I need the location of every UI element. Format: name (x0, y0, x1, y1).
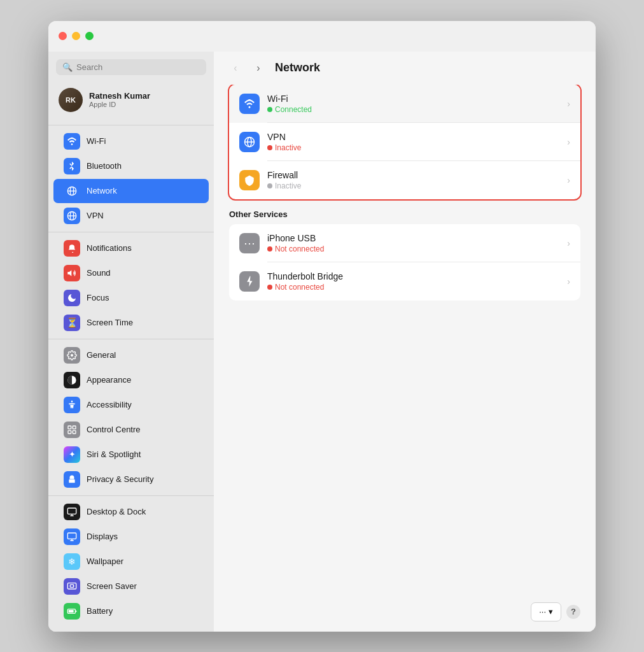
svg-rect-16 (70, 585, 73, 587)
firewall-network-name: Firewall (267, 170, 562, 180)
iphoneusb-chevron-icon: › (567, 238, 570, 248)
firewall-network-status: Inactive (267, 181, 562, 190)
minimize-button[interactable] (72, 32, 80, 40)
sidebar-item-sound[interactable]: Sound (53, 261, 209, 285)
svg-rect-9 (68, 426, 71, 429)
sidebar-item-label-sound: Sound (87, 268, 111, 278)
vpn-status-dot (267, 145, 272, 150)
svg-rect-10 (73, 426, 76, 429)
traffic-lights (59, 32, 94, 40)
thunderbolt-network-status: Not connected (267, 283, 562, 292)
focus-icon (64, 290, 80, 306)
sidebar-item-focus[interactable]: Focus (53, 286, 209, 310)
forward-button[interactable]: › (249, 59, 267, 77)
iphoneusb-status-dot (267, 246, 272, 252)
sidebar-item-label-notifications: Notifications (87, 243, 132, 253)
vpn-network-icon (239, 132, 260, 152)
other-services-card: ⋯ iPhone USB Not connected › (229, 224, 580, 301)
wifi-status-dot (267, 107, 272, 112)
sidebar-item-label-battery: Battery (87, 606, 113, 616)
wifi-network-status: Connected (267, 105, 562, 114)
firewall-network-icon (239, 170, 260, 190)
sidebar-item-screentime[interactable]: ⏳ Screen Time (53, 311, 209, 335)
svg-point-6 (71, 354, 73, 357)
sidebar-item-label-displays: Displays (87, 532, 118, 541)
sidebar-item-label-vpn: VPN (87, 211, 104, 220)
firewall-status-dot (267, 183, 272, 188)
battery-icon (64, 603, 80, 620)
network-row-wifi[interactable]: Wi-Fi Connected › (229, 85, 580, 123)
screensaver-icon (64, 578, 80, 595)
search-input[interactable] (76, 62, 200, 72)
primary-services-card: Wi-Fi Connected › (229, 85, 580, 199)
other-services-label: Other Services (229, 209, 580, 219)
sidebar-item-label-siri: Siri & Spotlight (87, 450, 141, 459)
sidebar-item-label-desktop: Desktop & Dock (87, 507, 146, 516)
iphoneusb-status-text: Not connected (275, 244, 324, 253)
avatar: RK (59, 88, 83, 112)
general-icon (64, 347, 80, 364)
sidebar-section-3: General Appearance Accessibility (48, 343, 214, 492)
sidebar-item-accessibility[interactable]: Accessibility (53, 393, 209, 417)
avatar-initials: RK (66, 96, 76, 104)
network-row-iphoneusb[interactable]: ⋯ iPhone USB Not connected › (229, 224, 580, 262)
thunderbolt-network-name: Thunderbolt Bridge (267, 271, 562, 281)
vpn-status-text: Inactive (275, 143, 301, 152)
firewall-network-text: Firewall Inactive (267, 170, 562, 190)
sidebar-item-label-privacy: Privacy & Security (87, 474, 153, 484)
sidebar-item-notifications[interactable]: Notifications (53, 236, 209, 260)
sidebar-item-label-appearance: Appearance (87, 375, 131, 385)
thunderbolt-status-dot (267, 285, 272, 290)
sidebar-item-battery[interactable]: Battery (53, 599, 209, 623)
sidebar-item-siri[interactable]: ✦ Siri & Spotlight (53, 443, 209, 467)
wallpaper-icon: ❄ (64, 553, 80, 570)
thunderbolt-network-icon (239, 271, 260, 292)
divider-3 (48, 339, 214, 339)
search-icon: 🔍 (62, 62, 73, 72)
search-bar[interactable]: 🔍 (56, 59, 206, 75)
sidebar-item-controlcentre[interactable]: Control Centre (53, 418, 209, 442)
more-label: ··· (539, 607, 546, 616)
sidebar-item-label-screensaver: Screen Saver (87, 581, 137, 591)
user-section[interactable]: RK Ratnesh Kumar Apple ID (48, 83, 214, 121)
sidebar-item-vpn[interactable]: VPN (53, 204, 209, 228)
divider-4 (48, 495, 214, 496)
sidebar-item-wallpaper[interactable]: ❄ Wallpaper (53, 549, 209, 574)
sidebar-item-label-focus: Focus (87, 293, 109, 302)
svg-rect-18 (69, 610, 74, 613)
sidebar-item-label-network: Network (87, 186, 117, 195)
network-row-firewall[interactable]: Firewall Inactive › (229, 161, 580, 199)
window-content: 🔍 RK Ratnesh Kumar Apple ID (48, 52, 596, 632)
sidebar-item-screensaver[interactable]: Screen Saver (53, 574, 209, 599)
siri-icon: ✦ (64, 446, 80, 463)
divider-1 (48, 125, 214, 125)
svg-rect-11 (68, 430, 71, 434)
firewall-chevron-icon: › (567, 175, 570, 185)
avatar-image: RK (59, 88, 83, 112)
sidebar-item-displays[interactable]: Displays (53, 525, 209, 549)
maximize-button[interactable] (85, 32, 94, 40)
sidebar-item-label-screentime: Screen Time (87, 318, 133, 327)
sidebar-item-privacy[interactable]: Privacy & Security (53, 467, 209, 492)
system-preferences-window: 🔍 RK Ratnesh Kumar Apple ID (48, 21, 596, 632)
network-row-thunderbolt[interactable]: Thunderbolt Bridge Not connected › (229, 262, 580, 301)
sidebar-item-network[interactable]: Network (53, 179, 209, 203)
sidebar-item-bluetooth[interactable]: Bluetooth (53, 154, 209, 178)
iphoneusb-network-icon: ⋯ (239, 233, 260, 253)
network-row-vpn[interactable]: VPN Inactive › (229, 123, 580, 161)
more-button[interactable]: ··· ▾ (531, 602, 561, 621)
close-button[interactable] (59, 32, 67, 40)
help-button[interactable]: ? (566, 605, 580, 619)
main-panel: ‹ › Network Wi-Fi (214, 52, 596, 632)
sidebar-item-appearance[interactable]: Appearance (53, 368, 209, 392)
sidebar-item-general[interactable]: General (53, 343, 209, 367)
sidebar-item-wifi[interactable]: Wi-Fi (53, 129, 209, 153)
wifi-status-text: Connected (275, 105, 312, 114)
wifi-network-text: Wi-Fi Connected (267, 94, 562, 114)
sidebar-item-label-bluetooth: Bluetooth (87, 161, 122, 171)
accessibility-icon (64, 397, 80, 413)
back-button[interactable]: ‹ (227, 59, 244, 77)
sidebar-item-desktop[interactable]: Desktop & Dock (53, 500, 209, 524)
svg-rect-15 (67, 583, 76, 588)
wifi-chevron-icon: › (567, 99, 570, 109)
